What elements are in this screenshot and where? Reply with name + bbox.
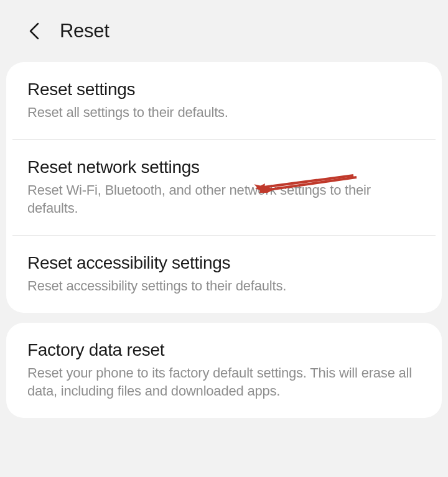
item-desc: Reset Wi-Fi, Bluetooth, and other networ…	[27, 181, 421, 218]
header: Reset	[0, 0, 448, 62]
item-title: Reset accessibility settings	[27, 253, 421, 273]
settings-group-1: Reset settings Reset all settings to the…	[6, 62, 442, 313]
item-desc: Reset your phone to its factory default …	[27, 364, 421, 401]
item-desc: Reset accessibility settings to their de…	[27, 277, 421, 295]
settings-group-2: Factory data reset Reset your phone to i…	[6, 323, 442, 418]
item-title: Reset network settings	[27, 157, 421, 177]
reset-network-settings-item[interactable]: Reset network settings Reset Wi-Fi, Blue…	[6, 140, 442, 235]
factory-data-reset-item[interactable]: Factory data reset Reset your phone to i…	[6, 323, 442, 418]
item-desc: Reset all settings to their defaults.	[27, 103, 421, 122]
item-title: Factory data reset	[27, 340, 421, 360]
reset-settings-item[interactable]: Reset settings Reset all settings to the…	[6, 62, 442, 139]
back-icon[interactable]	[26, 23, 42, 39]
page-title: Reset	[60, 20, 109, 42]
item-title: Reset settings	[27, 80, 421, 100]
reset-accessibility-settings-item[interactable]: Reset accessibility settings Reset acces…	[6, 236, 442, 313]
